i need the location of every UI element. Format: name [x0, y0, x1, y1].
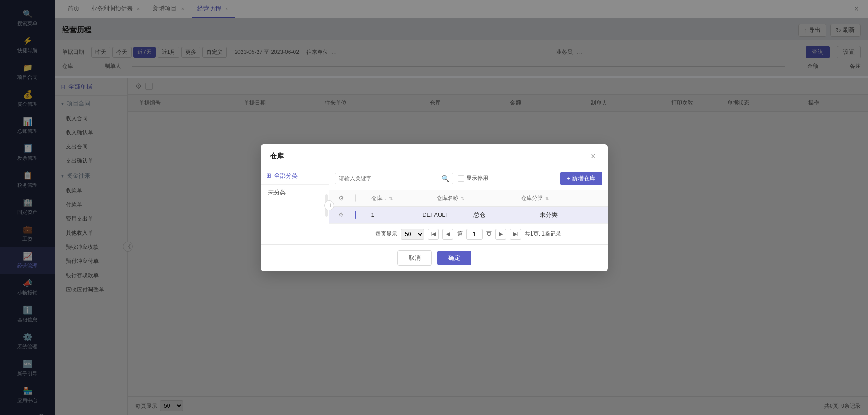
- modal-search-input[interactable]: [339, 175, 440, 182]
- modal-all-category-label: 全部分类: [274, 172, 298, 180]
- show-disabled-checkbox[interactable]: [458, 175, 464, 182]
- modal-toolbar: 🔍 显示停用 + 新增仓库: [329, 167, 608, 190]
- modal-left-scroll: 未分类: [261, 185, 329, 244]
- modal-th-check: [351, 191, 368, 205]
- modal-header: 仓库 ×: [261, 144, 608, 167]
- settings2-icon[interactable]: ⚙: [338, 194, 344, 202]
- modal-page-size-select[interactable]: 50 100: [401, 229, 424, 240]
- modal-confirm-button[interactable]: 确定: [437, 251, 471, 265]
- modal-prev-page-btn[interactable]: ◀: [442, 229, 453, 240]
- modal-th-category: 仓库分类 ⇅: [517, 190, 602, 206]
- modal-td-settings-1: ⚙: [335, 207, 351, 222]
- modal-cancel-button[interactable]: 取消: [397, 250, 432, 266]
- modal-table-header: ⚙ 仓库... ⇅ 仓库名称 ⇅: [329, 190, 608, 207]
- modal-overlay: 仓库 × ⊞ 全部分类 《 未分类: [0, 0, 868, 415]
- modal-checkbox-all[interactable]: [355, 194, 356, 202]
- modal-first-page-btn[interactable]: |◀: [428, 229, 439, 240]
- modal-th-settings: ⚙: [335, 190, 351, 206]
- modal-panel-collapse-btn[interactable]: 《: [324, 200, 334, 210]
- show-disabled-label: 显示停用: [466, 174, 488, 182]
- modal-page-size-label: 每页显示: [375, 230, 397, 238]
- modal-td-check-1: [351, 207, 368, 222]
- modal-td-category-1: 未分类: [536, 207, 602, 223]
- modal-total-text: 共1页, 1条记录: [525, 230, 561, 238]
- show-disabled-toggle: 显示停用: [458, 174, 488, 182]
- modal-last-page-btn[interactable]: ▶|: [510, 229, 521, 240]
- modal-page-label-2: 页: [486, 230, 492, 238]
- modal-search-wrap: 🔍: [335, 173, 453, 184]
- modal-th-name: 仓库名称 ⇅: [433, 190, 517, 206]
- sort-name-icon[interactable]: ⇅: [461, 196, 464, 201]
- modal-right-panel: 🔍 显示停用 + 新增仓库 ⚙: [329, 167, 608, 244]
- add-warehouse-button[interactable]: + 新增仓库: [560, 172, 602, 185]
- sort-cat-icon[interactable]: ⇅: [545, 196, 549, 201]
- modal-close-btn[interactable]: ×: [588, 151, 599, 162]
- modal-row-checkbox-1[interactable]: [355, 211, 356, 219]
- warehouse-modal: 仓库 × ⊞ 全部分类 《 未分类: [261, 144, 608, 271]
- modal-search-icon[interactable]: 🔍: [442, 175, 449, 182]
- modal-body: ⊞ 全部分类 《 未分类: [261, 167, 608, 244]
- modal-page-input[interactable]: [466, 229, 483, 240]
- modal-th-code: 仓库... ⇅: [368, 190, 433, 206]
- modal-category-item-unclassified[interactable]: 未分类: [261, 185, 329, 200]
- modal-table: ⚙ 仓库... ⇅ 仓库名称 ⇅: [329, 190, 608, 224]
- sort-code-icon[interactable]: ⇅: [389, 196, 393, 201]
- modal-td-name-1: 总仓: [470, 207, 536, 223]
- modal-table-row-1[interactable]: ⚙ 1 DEFAULT 总仓: [329, 207, 608, 224]
- modal-td-default-code: DEFAULT: [419, 207, 470, 222]
- grid2-icon: ⊞: [266, 172, 271, 179]
- row-settings-icon: ⚙: [338, 211, 344, 218]
- modal-left-panel: ⊞ 全部分类 《 未分类: [261, 167, 329, 244]
- modal-title: 仓库: [270, 152, 284, 161]
- modal-page-label: 第: [457, 230, 463, 238]
- modal-all-category-btn[interactable]: ⊞ 全部分类: [261, 167, 329, 185]
- modal-footer-actions: 取消 确定: [261, 244, 608, 271]
- modal-td-code-1: 1: [368, 207, 419, 222]
- modal-pagination: 每页显示 50 100 |◀ ◀ 第 页 ▶ ▶| 共1页, 1条记录: [329, 224, 608, 244]
- modal-next-page-btn[interactable]: ▶: [495, 229, 506, 240]
